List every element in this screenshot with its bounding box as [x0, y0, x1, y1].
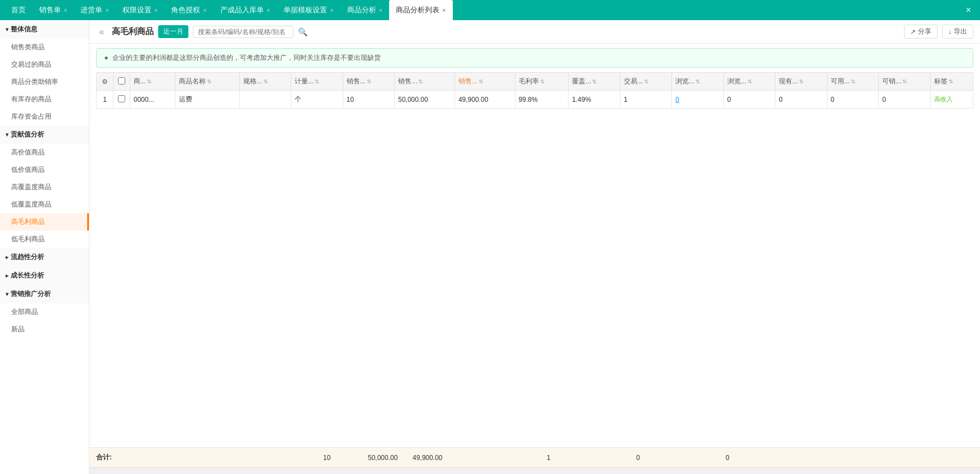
filter-recent-month-button[interactable]: 近一月: [158, 25, 188, 38]
chevron-right-icon: ▸: [6, 273, 8, 279]
col-sales-profit: 销售...⇅: [455, 73, 515, 91]
info-banner: ✦ 企业的主要的利润都是这部分商品创造的，可考虑加大推广，同时关注库存是不要出现…: [96, 48, 973, 68]
main-layout: ▾ 整体信息 销售类商品 交易过的商品 商品分类助销率 有库存的商品 库存资金占…: [0, 20, 980, 474]
col-tag: 标签⇅: [930, 73, 973, 91]
col-name: 商品名称⇅: [175, 73, 239, 91]
row-checkbox[interactable]: [113, 91, 130, 109]
footer-empty2: [186, 454, 230, 462]
col-sales-qty: 销售...⇅: [343, 73, 394, 91]
col-browse2: 浏览...⇅: [723, 73, 775, 91]
row-coverage: 1.49%: [569, 91, 620, 109]
sidebar-section-marketing[interactable]: ▾ 营销推广分析: [0, 285, 89, 303]
content-area: « 高毛利商品 近一月 🔍 ↗ 分享 ↓ 导出 ✦ 企业的主要的利润都是这部分商: [89, 20, 980, 474]
sidebar-collapse-button[interactable]: «: [96, 27, 107, 37]
nav-permission[interactable]: 权限设置 ×: [116, 0, 164, 20]
select-all-checkbox[interactable]: [118, 77, 125, 85]
sidebar-item-sales-goods[interactable]: 销售类商品: [0, 39, 89, 56]
sidebar-item-high-coverage[interactable]: 高覆盖度商品: [0, 179, 89, 196]
chevron-right-icon: ▸: [6, 254, 8, 260]
col-spec: 规格...⇅: [239, 73, 291, 91]
row-select-checkbox[interactable]: [118, 95, 125, 102]
col-checkbox[interactable]: [113, 73, 130, 91]
row-current-stock: 0: [775, 91, 827, 109]
sidebar-item-stock-funds[interactable]: 库存资金占用: [0, 108, 89, 125]
close-all-button[interactable]: ×: [962, 5, 976, 15]
row-browse1[interactable]: 0: [672, 91, 723, 109]
sidebar-item-high-value[interactable]: 高价值商品: [0, 144, 89, 161]
footer-cells: 10 50,000.00 49,900.00 1 0 0: [141, 454, 973, 462]
col-coverage: 覆盖...⇅: [569, 73, 620, 91]
header-actions: ↗ 分享 ↓ 导出: [904, 25, 973, 39]
close-icon[interactable]: ×: [267, 7, 270, 13]
page-title: 高毛利商品: [112, 26, 154, 37]
nav-product-inbound[interactable]: 产成品入库单 ×: [214, 0, 277, 20]
sidebar-section-overall[interactable]: ▾ 整体信息: [0, 20, 89, 39]
close-icon[interactable]: ×: [154, 7, 158, 13]
sidebar-item-all-goods[interactable]: 全部商品: [0, 303, 89, 321]
info-text: 企业的主要的利润都是这部分商品创造的，可考虑加大推广，同时关注库存是不要出现缺货: [112, 53, 381, 63]
nav-home[interactable]: 首页: [4, 0, 32, 20]
footer-sales-amount: 50,000.00: [364, 454, 409, 462]
content-header: « 高毛利商品 近一月 🔍 ↗ 分享 ↓ 导出: [89, 20, 980, 44]
footer-label: 合计:: [96, 453, 141, 462]
table-row: 1 0000... 运费 个 10 50,000.00 49,900.00 99…: [97, 91, 973, 109]
info-icon: ✦: [103, 54, 109, 62]
sidebar-item-low-value[interactable]: 低价值商品: [0, 161, 89, 179]
footer-available-stock: 0: [722, 454, 767, 462]
close-icon[interactable]: ×: [64, 7, 67, 13]
footer-empty3: [230, 454, 275, 462]
row-gross-margin: 99.8%: [515, 91, 569, 109]
row-code: 0000...: [130, 91, 176, 109]
footer-empty7: [588, 454, 633, 462]
col-unit: 计量...⇅: [291, 73, 343, 91]
nav-role[interactable]: 角色授权 ×: [164, 0, 213, 20]
row-sales-amount: 50,000.00: [395, 91, 455, 109]
nav-sales[interactable]: 销售单 ×: [32, 0, 74, 20]
nav-analysis-list[interactable]: 商品分析列表 ×: [389, 0, 452, 20]
col-gross-margin: 毛利率⇅: [515, 73, 569, 91]
footer-empty6: [499, 454, 543, 462]
row-browse2: 0: [723, 91, 775, 109]
col-settings[interactable]: ⚙: [97, 73, 113, 91]
col-transaction: 交易...⇅: [620, 73, 671, 91]
table-container[interactable]: ⚙ 商...⇅ 商品名称⇅ 规格...⇅ 计量...⇅ 销售...⇅ 销售...…: [89, 72, 980, 447]
footer-transaction: 1: [543, 454, 588, 462]
nav-analysis[interactable]: 商品分析 ×: [340, 0, 389, 20]
footer-empty8: [678, 454, 722, 462]
col-sales-amount: 销售...⇅: [395, 73, 455, 91]
sidebar-item-low-coverage[interactable]: 低覆盖度商品: [0, 196, 89, 213]
nav-template[interactable]: 单据模板设置 ×: [277, 0, 340, 20]
col-code: 商...⇅: [130, 73, 176, 91]
sidebar-item-new-goods[interactable]: 新品: [0, 321, 89, 338]
sidebar-item-low-margin[interactable]: 低毛利商品: [0, 231, 89, 248]
share-button[interactable]: ↗ 分享: [904, 25, 938, 39]
bottom-scrollbar[interactable]: [89, 467, 980, 474]
search-input[interactable]: [193, 26, 293, 38]
close-icon[interactable]: ×: [105, 7, 108, 13]
close-icon[interactable]: ×: [203, 7, 206, 13]
sidebar-section-trend[interactable]: ▸ 流趋性分析: [0, 248, 89, 266]
search-icon: 🔍: [298, 27, 307, 36]
footer-browse2: 0: [633, 454, 678, 462]
nav-purchase[interactable]: 进货单 ×: [74, 0, 115, 20]
footer-sales-profit: 49,900.00: [409, 454, 454, 462]
col-available-stock: 可用...⇅: [827, 73, 878, 91]
export-icon: ↓: [948, 28, 951, 36]
row-sales-qty: 10: [343, 91, 394, 109]
sidebar-item-stocked-goods[interactable]: 有库存的商品: [0, 91, 89, 108]
sidebar-item-high-margin[interactable]: 高毛利商品: [0, 213, 89, 231]
close-icon[interactable]: ×: [330, 7, 333, 13]
sidebar-section-growth[interactable]: ▸ 成长性分析: [0, 266, 89, 285]
sidebar-item-category-assist[interactable]: 商品分类助销率: [0, 73, 89, 91]
sidebar-item-traded-goods[interactable]: 交易过的商品: [0, 56, 89, 73]
row-available-stock: 0: [827, 91, 878, 109]
footer-empty1: [141, 454, 186, 462]
sidebar-section-contribution[interactable]: ▾ 贡献值分析: [0, 125, 89, 144]
row-num: 1: [97, 91, 113, 109]
export-button[interactable]: ↓ 导出: [942, 25, 973, 39]
row-sellable-stock: 0: [879, 91, 930, 109]
row-spec: [239, 91, 291, 109]
close-icon[interactable]: ×: [442, 7, 446, 13]
close-icon[interactable]: ×: [379, 7, 382, 13]
search-button[interactable]: 🔍: [298, 27, 307, 36]
